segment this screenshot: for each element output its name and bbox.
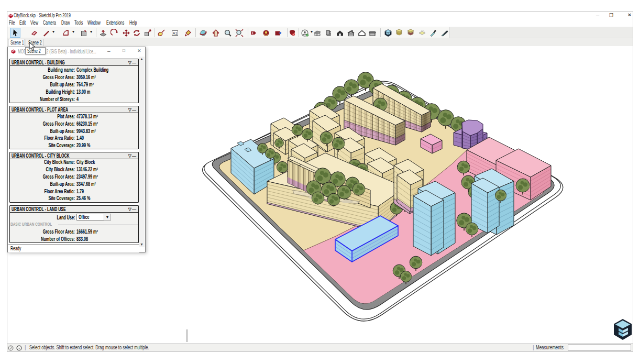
svg-text:A1: A1 [173, 31, 178, 35]
